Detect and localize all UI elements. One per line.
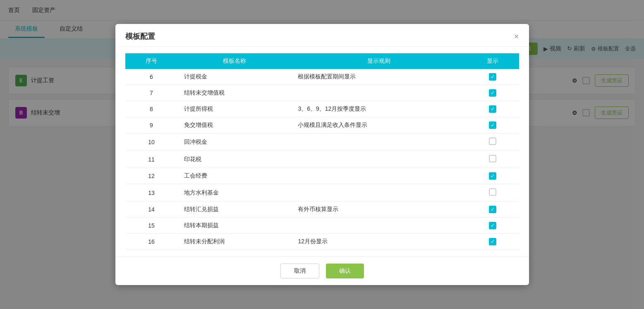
cell-name: 印花税 [177, 151, 291, 168]
modal-overlay: 模板配置 × 序号 模板名称 显示规则 显示 6计提税金根据模板配置期间显 [0, 0, 644, 309]
col-name: 模板名称 [177, 53, 291, 69]
table-row: 14结转汇兑损益有外币核算显示✓ [125, 202, 519, 218]
config-table: 序号 模板名称 显示规则 显示 6计提税金根据模板配置期间显示✓7结转未交增值税… [125, 53, 519, 250]
cell-rule: 12月份显示 [291, 234, 466, 250]
cell-seq: 12 [125, 168, 178, 184]
table-row: 16结转未分配利润12月份显示✓ [125, 234, 519, 250]
checkbox-unchecked[interactable] [489, 188, 496, 196]
cell-seq: 16 [125, 234, 178, 250]
cell-seq: 13 [125, 184, 178, 202]
cell-name: 结转未分配利润 [177, 234, 291, 250]
cell-name: 工会经费 [177, 168, 291, 184]
col-seq: 序号 [125, 53, 178, 69]
cell-name: 结转未交增值税 [177, 85, 291, 101]
cancel-button[interactable]: 取消 [280, 264, 319, 278]
table-row: 6计提税金根据模板配置期间显示✓ [125, 69, 519, 85]
cell-rule [291, 85, 466, 101]
cell-checkbox[interactable]: ✓ [467, 202, 519, 218]
cell-rule [291, 184, 466, 202]
cell-rule [291, 151, 466, 168]
checkbox-checked[interactable]: ✓ [489, 105, 496, 113]
cell-name: 地方水利基金 [177, 184, 291, 202]
cell-checkbox[interactable]: ✓ [467, 234, 519, 250]
cell-rule: 3、6、9、12月按季度显示 [291, 101, 466, 117]
cell-name: 结转汇兑损益 [177, 202, 291, 218]
cell-rule [291, 218, 466, 234]
table-row: 13地方水利基金 [125, 184, 519, 202]
cell-checkbox[interactable]: ✓ [467, 101, 519, 117]
cell-rule: 根据模板配置期间显示 [291, 69, 466, 85]
template-config-dialog: 模板配置 × 序号 模板名称 显示规则 显示 6计提税金根据模板配置期间显 [115, 24, 529, 285]
cell-seq: 14 [125, 202, 178, 218]
cell-checkbox[interactable]: ✓ [467, 218, 519, 234]
table-head: 序号 模板名称 显示规则 显示 [125, 53, 519, 69]
cell-checkbox[interactable]: ✓ [467, 117, 519, 133]
cell-seq: 15 [125, 218, 178, 234]
cell-name: 回冲税金 [177, 133, 291, 151]
table-row: 12工会经费✓ [125, 168, 519, 184]
checkbox-unchecked[interactable] [489, 138, 496, 145]
cell-seq: 8 [125, 101, 178, 117]
cell-checkbox[interactable]: ✓ [467, 69, 519, 85]
cell-seq: 7 [125, 85, 178, 101]
table-row: 11印花税 [125, 151, 519, 168]
cell-checkbox[interactable] [467, 151, 519, 168]
checkbox-checked[interactable]: ✓ [489, 73, 496, 81]
cell-seq: 9 [125, 117, 178, 133]
dialog-header: 模板配置 × [115, 24, 529, 47]
cell-name: 计提税金 [177, 69, 291, 85]
cell-seq: 6 [125, 69, 178, 85]
table-header-row: 序号 模板名称 显示规则 显示 [125, 53, 519, 69]
dialog-title: 模板配置 [125, 31, 155, 41]
checkbox-checked[interactable]: ✓ [489, 89, 496, 97]
table-row: 8计提所得税3、6、9、12月按季度显示✓ [125, 101, 519, 117]
cell-checkbox[interactable]: ✓ [467, 85, 519, 101]
checkbox-unchecked[interactable] [489, 155, 496, 162]
cell-checkbox[interactable] [467, 184, 519, 202]
table-row: 9免交增值税小规模且满足收入条件显示✓ [125, 117, 519, 133]
confirm-button[interactable]: 确认 [326, 264, 364, 278]
cell-checkbox[interactable]: ✓ [467, 168, 519, 184]
cell-name: 免交增值税 [177, 117, 291, 133]
table-row: 7结转未交增值税✓ [125, 85, 519, 101]
table-row: 15结转本期损益✓ [125, 218, 519, 234]
checkbox-checked[interactable]: ✓ [489, 222, 496, 229]
checkbox-checked[interactable]: ✓ [489, 206, 496, 213]
table-wrapper[interactable]: 序号 模板名称 显示规则 显示 6计提税金根据模板配置期间显示✓7结转未交增值税… [125, 53, 519, 250]
cell-name: 结转本期损益 [177, 218, 291, 234]
cell-seq: 10 [125, 133, 178, 151]
dialog-footer: 取消 确认 [115, 257, 529, 285]
table-row: 10回冲税金 [125, 133, 519, 151]
table-body: 6计提税金根据模板配置期间显示✓7结转未交增值税✓8计提所得税3、6、9、12月… [125, 69, 519, 250]
dialog-body: 序号 模板名称 显示规则 显示 6计提税金根据模板配置期间显示✓7结转未交增值税… [115, 47, 529, 257]
cell-rule: 有外币核算显示 [291, 202, 466, 218]
cell-rule [291, 133, 466, 151]
cell-checkbox[interactable] [467, 133, 519, 151]
checkbox-checked[interactable]: ✓ [489, 121, 496, 129]
cell-rule [291, 168, 466, 184]
cell-rule: 小规模且满足收入条件显示 [291, 117, 466, 133]
col-display: 显示 [467, 53, 519, 69]
cell-name: 计提所得税 [177, 101, 291, 117]
col-rule: 显示规则 [291, 53, 466, 69]
dialog-close-button[interactable]: × [514, 32, 519, 40]
cell-seq: 11 [125, 151, 178, 168]
checkbox-checked[interactable]: ✓ [489, 172, 496, 180]
checkbox-checked[interactable]: ✓ [489, 238, 496, 245]
